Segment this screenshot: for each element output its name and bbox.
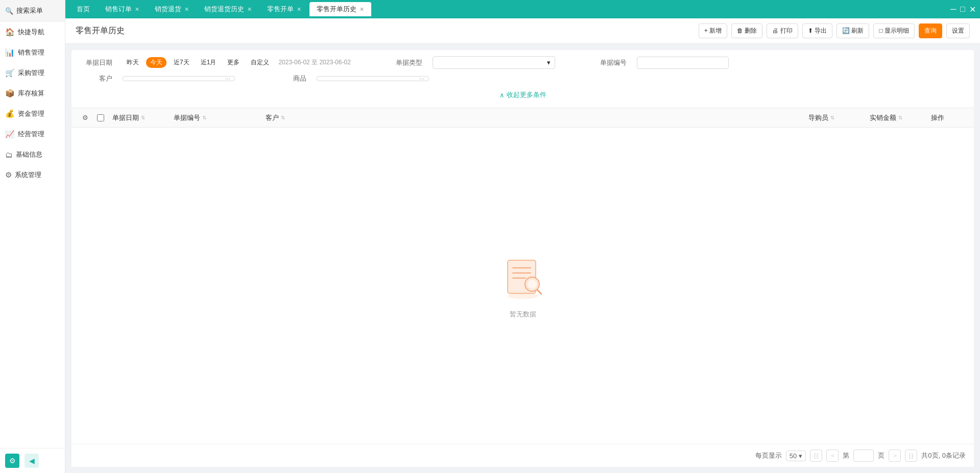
empty-text: 暂无数据 xyxy=(510,310,536,319)
page-last-button[interactable]: ⟩⟩ xyxy=(905,450,917,462)
sidebar-item-system[interactable]: ⚙系统管理 xyxy=(0,165,65,185)
collapse-conditions-btn[interactable]: ∧ 收起更多条件 xyxy=(82,88,964,102)
goods-input[interactable] xyxy=(317,76,429,81)
content-wrapper: 单据日期 昨天 今天 近7天 近1月 更多 自定义 2023-06-02 至 2… xyxy=(65,44,980,473)
tab-close-retail-history[interactable]: ✕ xyxy=(360,6,364,13)
bill-type-select[interactable]: ▾ xyxy=(433,56,555,69)
page-first-button[interactable]: ⟨⟨ xyxy=(810,450,822,462)
sidebar-item-basic[interactable]: 🗂基础信息 xyxy=(0,144,65,165)
sidebar-search[interactable]: 🔍 搜索采单 xyxy=(0,0,65,22)
tab-label: 销售订单 xyxy=(105,5,132,14)
col-billno-label: 单据编号 xyxy=(174,113,200,122)
col-amount: 实销金额 ⇅ xyxy=(866,113,927,122)
date-opt-1month[interactable]: 近1月 xyxy=(197,57,221,68)
col-salesperson: 导购员 ⇅ xyxy=(804,113,866,122)
add-button[interactable]: + 新增 xyxy=(699,23,727,38)
window-close-button[interactable]: ✕ xyxy=(969,5,976,14)
system-icon: ⚙ xyxy=(5,170,12,180)
page-title: 零售开单历史 xyxy=(76,26,125,36)
tab-close-sales-return[interactable]: ✕ xyxy=(184,6,189,13)
tab-close-sales-order[interactable]: ✕ xyxy=(135,6,139,13)
sort-amount-icon[interactable]: ⇅ xyxy=(898,115,902,120)
collapse-sidebar-button[interactable]: ◀ xyxy=(25,454,39,468)
tab-close-sales-return-history[interactable]: ✕ xyxy=(247,6,252,13)
tab-sales-order[interactable]: 销售订单✕ xyxy=(98,2,147,16)
quick-nav-icon: 🏠 xyxy=(5,28,15,37)
filter-area: 单据日期 昨天 今天 近7天 近1月 更多 自定义 2023-06-02 至 2… xyxy=(71,50,974,108)
customer-input[interactable] xyxy=(123,76,235,81)
tab-home[interactable]: 首页 xyxy=(69,2,97,16)
col-customer-label: 客户 xyxy=(266,113,279,122)
basic-icon: 🗂 xyxy=(5,151,13,159)
goods-filter-label: 商品 xyxy=(276,74,306,83)
sidebar-search-label: 搜索采单 xyxy=(16,6,43,15)
refresh-button[interactable]: 🔄 刷新 xyxy=(836,23,869,38)
total-info: 共0页, 0条记录 xyxy=(921,451,966,460)
table-settings-icon[interactable]: ⚙ xyxy=(78,114,93,121)
svg-line-8 xyxy=(537,290,541,294)
customer-filter-label: 客户 xyxy=(82,74,112,83)
tab-label: 销货退货 xyxy=(155,5,181,14)
page-prev-button[interactable]: ＜ xyxy=(826,450,839,462)
sort-date-icon[interactable]: ⇅ xyxy=(141,115,145,120)
svg-point-0 xyxy=(508,293,538,299)
sidebar: 🔍 搜索采单 🏠快捷导航📊销售管理🛒采购管理📦库存核算💰资金管理📈经营管理🗂基础… xyxy=(0,0,65,473)
page-size-select[interactable]: 50 ▾ xyxy=(786,451,806,461)
query-button[interactable]: 查询 xyxy=(919,23,942,38)
page-number-input[interactable]: 1 xyxy=(853,450,874,462)
sort-billno-icon[interactable]: ⇅ xyxy=(202,115,206,120)
col-action-label: 操作 xyxy=(931,113,944,122)
sidebar-item-finance[interactable]: 💰资金管理 xyxy=(0,104,65,124)
table-area: ⚙ 单据日期 ⇅ 单据编号 ⇅ 客户 ⇅ xyxy=(71,108,974,467)
inventory-icon: 📦 xyxy=(5,89,15,98)
bill-type-label: 单据类型 xyxy=(392,58,422,67)
settings-button[interactable]: ⚙ xyxy=(5,454,19,468)
tab-sales-return[interactable]: 销货退货✕ xyxy=(148,2,196,16)
col-date: 单据日期 ⇅ xyxy=(108,113,170,122)
delete-button[interactable]: 🗑 删除 xyxy=(731,23,762,38)
page-size-label: 每页显示 xyxy=(755,451,782,460)
search-icon: 🔍 xyxy=(5,7,13,15)
main-content: 首页销售订单✕销货退货✕销货退货历史✕零售开单✕零售开单历史✕ ─ □ ✕ 零售… xyxy=(65,0,980,473)
date-opt-today[interactable]: 今天 xyxy=(146,57,166,68)
sort-salesperson-icon[interactable]: ⇅ xyxy=(830,115,834,120)
window-minimize-button[interactable]: ─ xyxy=(950,5,956,14)
sidebar-item-label: 快捷导航 xyxy=(18,28,44,37)
bill-no-input[interactable] xyxy=(637,57,729,69)
svg-point-7 xyxy=(528,280,537,289)
sidebar-item-inventory[interactable]: 📦库存核算 xyxy=(0,83,65,104)
page-next-button[interactable]: ＞ xyxy=(889,450,901,462)
sidebar-item-operations[interactable]: 📈经营管理 xyxy=(0,124,65,144)
sort-customer-icon[interactable]: ⇅ xyxy=(281,115,285,120)
tab-label: 销货退货历史 xyxy=(204,5,244,14)
sidebar-item-label: 采购管理 xyxy=(18,68,44,78)
tab-retail-history[interactable]: 零售开单历史✕ xyxy=(309,2,371,16)
col-date-label: 单据日期 xyxy=(112,113,139,122)
window-maximize-button[interactable]: □ xyxy=(960,5,965,14)
settings-filter-button[interactable]: 设置 xyxy=(946,23,970,38)
date-opt-more[interactable]: 更多 xyxy=(223,57,244,68)
col-customer: 客户 ⇅ xyxy=(261,113,804,122)
sidebar-item-quick-nav[interactable]: 🏠快捷导航 xyxy=(0,22,65,42)
empty-illustration xyxy=(497,253,548,304)
print-button[interactable]: 🖨 打印 xyxy=(767,23,798,38)
pagination: 每页显示 50 ▾ ⟨⟨ ＜ 第 1 页 ＞ ⟩⟩ 共0页, 0条记录 xyxy=(71,444,974,467)
date-range-display: 2023-06-02 至 2023-06-02 xyxy=(278,58,350,67)
page-label: 第 xyxy=(843,451,849,460)
chevron-up-icon: ∧ xyxy=(499,91,505,99)
sidebar-item-sales[interactable]: 📊销售管理 xyxy=(0,42,65,63)
operations-icon: 📈 xyxy=(5,130,15,139)
tab-bar: 首页销售订单✕销货退货✕销货退货历史✕零售开单✕零售开单历史✕ ─ □ ✕ xyxy=(65,0,980,18)
tab-retail-open[interactable]: 零售开单✕ xyxy=(260,2,308,16)
show-detail-button[interactable]: □ 显示明细 xyxy=(873,23,915,38)
sidebar-item-purchase[interactable]: 🛒采购管理 xyxy=(0,63,65,83)
select-all-checkbox[interactable] xyxy=(97,114,104,121)
table-select-all[interactable] xyxy=(93,114,108,121)
tab-close-retail-open[interactable]: ✕ xyxy=(297,6,301,13)
date-opt-yesterday[interactable]: 昨天 xyxy=(123,57,143,68)
date-opt-7days[interactable]: 近7天 xyxy=(170,57,194,68)
tab-sales-return-history[interactable]: 销货退货历史✕ xyxy=(197,2,259,16)
export-button[interactable]: ⬆ 导出 xyxy=(802,23,832,38)
date-opt-custom[interactable]: 自定义 xyxy=(247,57,273,68)
col-salesperson-label: 导购员 xyxy=(808,113,828,122)
